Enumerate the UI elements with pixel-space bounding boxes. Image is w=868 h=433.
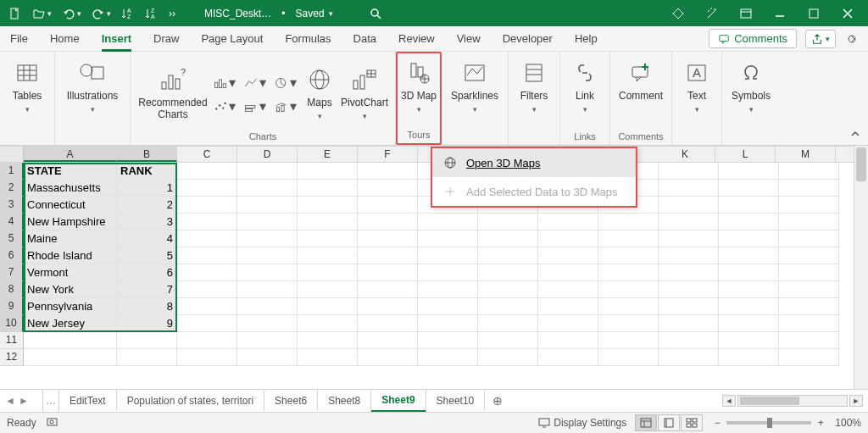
cell[interactable] [418, 247, 478, 264]
col-header[interactable]: K [655, 147, 715, 162]
cell[interactable] [358, 332, 418, 349]
cell[interactable] [358, 230, 418, 247]
tab-data[interactable]: Data [353, 28, 376, 49]
cell[interactable] [237, 180, 298, 197]
row-header[interactable]: 11 [0, 332, 24, 349]
cell[interactable] [237, 264, 298, 281]
cell[interactable] [538, 332, 598, 349]
cell[interactable] [237, 349, 298, 366]
cell[interactable] [298, 214, 358, 230]
cell[interactable] [358, 214, 418, 230]
cell[interactable] [24, 349, 117, 366]
row-header[interactable]: 4 [0, 214, 24, 230]
combo-chart-icon[interactable]: ▾ [275, 97, 297, 116]
cell[interactable] [719, 163, 779, 180]
zoom-level[interactable]: 100% [835, 417, 861, 429]
tab-page-layout[interactable]: Page Layout [201, 28, 263, 49]
cell[interactable] [598, 230, 659, 247]
cell[interactable] [719, 264, 779, 281]
cell[interactable] [177, 315, 237, 332]
cell[interactable]: Pennsylvania [24, 298, 117, 315]
cell[interactable] [779, 230, 839, 247]
cell[interactable] [298, 197, 358, 214]
cell[interactable] [237, 163, 298, 180]
tab-view[interactable]: View [457, 28, 481, 49]
cell[interactable] [659, 214, 719, 230]
cell[interactable] [779, 197, 839, 214]
row-header[interactable]: 9 [0, 298, 24, 315]
cell[interactable] [177, 230, 237, 247]
sheet-overflow-icon[interactable]: … [42, 390, 59, 412]
cell[interactable] [177, 349, 237, 366]
cell[interactable]: New Jersey [24, 315, 117, 332]
hscroll-right-icon[interactable]: ► [849, 395, 863, 407]
cell[interactable] [719, 332, 779, 349]
row-header[interactable]: 10 [0, 315, 24, 332]
cell[interactable] [478, 332, 538, 349]
cell[interactable] [659, 264, 719, 281]
cell[interactable] [538, 349, 598, 366]
autosave-status[interactable]: Saved▾ [296, 8, 333, 19]
cell[interactable] [779, 214, 839, 230]
cell[interactable] [538, 281, 598, 298]
cell[interactable]: Vermont [24, 264, 117, 281]
cell[interactable] [358, 315, 418, 332]
cell[interactable] [237, 214, 298, 230]
cell[interactable] [298, 298, 358, 315]
pivotchart-button[interactable]: PivotChart▾ [339, 62, 390, 124]
cell[interactable]: 5 [117, 247, 177, 264]
cell[interactable] [177, 332, 237, 349]
hscroll-left-icon[interactable]: ◄ [722, 395, 736, 407]
col-header[interactable]: E [298, 147, 358, 162]
share-button[interactable]: ▾ [805, 30, 836, 48]
cell[interactable] [177, 197, 237, 214]
cell[interactable]: 9 [117, 315, 177, 332]
redo-icon[interactable]: ▾ [88, 5, 114, 22]
sheet-tab[interactable]: Population of states, territori [117, 391, 264, 411]
cell[interactable] [538, 315, 598, 332]
cell[interactable]: 1 [117, 180, 177, 197]
cell[interactable] [598, 332, 659, 349]
tab-home[interactable]: Home [50, 28, 80, 49]
horizontal-scrollbar[interactable]: ◄ ► [722, 395, 868, 407]
cell[interactable] [719, 214, 779, 230]
3d-map-button[interactable]: 3D Map▾ [398, 55, 440, 117]
cell[interactable] [237, 298, 298, 315]
cell[interactable] [418, 315, 478, 332]
cell[interactable] [298, 163, 358, 180]
display-settings-button[interactable]: Display Settings [538, 417, 626, 429]
cell[interactable] [598, 315, 659, 332]
tab-draw[interactable]: Draw [153, 28, 179, 49]
maps-button[interactable]: Maps▾ [300, 62, 339, 124]
sort-asc-icon[interactable]: AZ [118, 5, 138, 22]
cell[interactable] [418, 332, 478, 349]
cell[interactable]: New York [24, 281, 117, 298]
cell[interactable] [298, 281, 358, 298]
cell[interactable] [779, 180, 839, 197]
cell[interactable] [358, 349, 418, 366]
tab-review[interactable]: Review [398, 28, 435, 49]
cell[interactable] [237, 247, 298, 264]
cell[interactable] [598, 281, 659, 298]
cell[interactable]: New Hampshire [24, 214, 117, 230]
cell[interactable] [659, 247, 719, 264]
cell[interactable] [779, 264, 839, 281]
symbols-button[interactable]: Symbols▾ [727, 55, 775, 117]
row-header[interactable]: 1 [0, 163, 24, 180]
tab-file[interactable]: File [10, 28, 28, 49]
page-break-view-icon[interactable] [681, 414, 703, 431]
cell[interactable]: Rhode Island [24, 247, 117, 264]
col-header[interactable]: A [24, 147, 117, 162]
cell[interactable] [719, 197, 779, 214]
cell[interactable] [779, 349, 839, 366]
pie-chart-icon[interactable]: ▾ [275, 74, 297, 92]
cell[interactable] [237, 315, 298, 332]
macro-record-icon[interactable] [47, 416, 60, 430]
new-file-icon[interactable] [5, 5, 25, 22]
open-file-icon[interactable]: ▾ [29, 5, 55, 22]
cell[interactable] [418, 281, 478, 298]
row-header[interactable]: 2 [0, 180, 24, 197]
cell[interactable] [779, 163, 839, 180]
cell[interactable] [177, 247, 237, 264]
tab-insert[interactable]: Insert [102, 28, 131, 52]
